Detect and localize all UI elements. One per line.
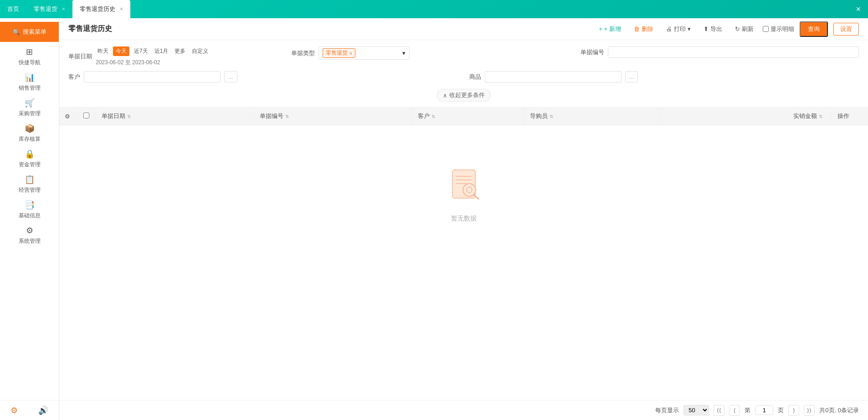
th-doc-no[interactable]: 单据编号 ⇅ [254, 108, 412, 125]
doc-type-tag-close[interactable]: × [349, 51, 352, 56]
filter-dates: 昨天 今天 近7天 近1月 更多 自定义 2023-06-02 至 2023-0… [96, 46, 280, 67]
delete-icon: 🗑 [634, 26, 640, 32]
page-last-button[interactable]: ⟩⟩ [804, 405, 815, 416]
sort-guide-icon: ⇅ [550, 114, 553, 119]
table-body: 暂无数据 [59, 125, 868, 260]
sidebar-item-basic-info[interactable]: 📑 基础信息 [3, 198, 56, 221]
table-settings-icon[interactable]: ⚙ [65, 113, 70, 120]
date-custom[interactable]: 自定义 [190, 46, 210, 56]
collapse-button[interactable]: ∧ 收起更多条件 [437, 89, 491, 102]
collapse-icon: ∧ [443, 92, 447, 99]
th-actions: 操作 [832, 108, 868, 125]
filter-doc-no: 单据编号 [580, 46, 859, 58]
goods-browse-button[interactable]: ... [625, 71, 638, 82]
filter-area: 单据日期 昨天 今天 近7天 近1月 更多 自定义 2023-06-02 至 2… [59, 40, 868, 108]
settings-bottom-icon[interactable]: ⚙ [10, 405, 18, 415]
date-filter-label: 单据日期 [68, 52, 92, 61]
tab-home[interactable]: 首页 [0, 0, 26, 18]
new-icon: + [599, 26, 602, 32]
th-checkbox[interactable] [77, 108, 96, 125]
purchase-icon: 🛒 [25, 98, 35, 108]
empty-state-cell: 暂无数据 [59, 125, 868, 260]
filter-row-2: 客户 ... 商品 ... [68, 71, 859, 82]
sidebar-bottom: ⚙ 🔊 [0, 400, 59, 420]
page-title: 零售退货历史 [68, 24, 112, 34]
sort-amount-icon: ⇅ [819, 114, 822, 119]
sidebar-item-finance[interactable]: 🔒 资金管理 [3, 147, 56, 170]
window-close-icon[interactable]: × [856, 5, 861, 14]
sidebar-item-inventory[interactable]: 📦 库存核算 [3, 121, 56, 145]
sidebar-item-quick-nav[interactable]: ⊞ 快捷导航 [3, 45, 56, 68]
toolbar: + + 新增 🗑 删除 🖨 打印 ▾ ⬆ 导出 ↻ [595, 21, 859, 37]
empty-text: 暂无数据 [451, 215, 477, 223]
page-size-select[interactable]: 20 50 100 [683, 405, 709, 415]
date-7days[interactable]: 近7天 [132, 46, 150, 56]
select-all-checkbox[interactable] [83, 113, 89, 118]
content-area: 零售退货历史 + + 新增 🗑 删除 🖨 打印 ▾ ⬆ 导出 [59, 18, 868, 420]
customer-label: 客户 [68, 73, 80, 81]
doc-no-input[interactable] [608, 46, 859, 58]
page-input[interactable] [755, 405, 773, 415]
total-text: 共0页, 0条记录 [819, 406, 859, 415]
date-more[interactable]: 更多 [173, 46, 187, 56]
delete-button[interactable]: 🗑 删除 [630, 23, 657, 35]
export-icon: ⬆ [704, 26, 709, 32]
show-detail-checkbox[interactable] [763, 26, 769, 32]
th-amount[interactable]: 实销金额 ⇅ [659, 108, 832, 125]
doc-type-label: 单据类型 [291, 49, 315, 57]
show-detail-checkbox-label[interactable]: 显示明细 [763, 25, 794, 33]
filter-goods: 商品 ... [469, 71, 859, 82]
setting-button[interactable]: 设置 [833, 23, 859, 36]
sidebar-item-operations[interactable]: 📋 经营管理 [3, 172, 56, 196]
print-icon: 🖨 [666, 26, 672, 32]
basic-info-icon: 📑 [25, 200, 35, 210]
print-button[interactable]: 🖨 打印 ▾ [663, 23, 694, 35]
page-first-button[interactable]: ⟨⟨ [714, 405, 724, 416]
date-range-text: 2023-06-02 至 2023-06-02 [96, 59, 280, 67]
date-yesterday[interactable]: 昨天 [96, 46, 110, 56]
table-header: ⚙ 单据日期 ⇅ 单据编号 [59, 108, 868, 125]
doc-type-tag: 零售退货 × [323, 48, 355, 58]
table-area: ⚙ 单据日期 ⇅ 单据编号 [59, 108, 868, 400]
goods-label: 商品 [469, 73, 481, 81]
close-tab-retail-return-history[interactable]: × [120, 6, 123, 12]
data-table: ⚙ 单据日期 ⇅ 单据编号 [59, 108, 868, 259]
search-menu[interactable]: 🔍 搜索菜单 [0, 22, 59, 42]
customer-input[interactable] [84, 71, 221, 82]
th-doc-date[interactable]: 单据日期 ⇅ [96, 108, 254, 125]
close-tab-retail-return[interactable]: × [62, 6, 65, 12]
sidebar-item-sys-mgmt[interactable]: ⚙ 系统管理 [3, 223, 56, 247]
th-customer[interactable]: 客户 ⇅ [412, 108, 524, 125]
doc-no-label: 单据编号 [580, 48, 604, 56]
page-prev-button[interactable]: ⟨ [729, 405, 740, 416]
date-1month[interactable]: 近1月 [153, 46, 170, 56]
query-button[interactable]: 查询 [800, 21, 828, 37]
quick-nav-icon: ⊞ [26, 47, 33, 57]
tab-retail-return[interactable]: 零售退货 × [26, 0, 72, 18]
sort-doc-date-icon: ⇅ [127, 114, 131, 119]
filter-date: 单据日期 昨天 今天 近7天 近1月 更多 自定义 2023-06-02 至 2… [68, 46, 280, 67]
goods-input[interactable] [485, 71, 621, 82]
filter-doc-type: 单据类型 零售退货 × ▾ [291, 46, 570, 60]
sys-mgmt-icon: ⚙ [26, 225, 33, 236]
page-header: 零售退货历史 + + 新增 🗑 删除 🖨 打印 ▾ ⬆ 导出 [59, 18, 868, 40]
th-guide[interactable]: 导购员 ⇅ [524, 108, 659, 125]
audio-bottom-icon[interactable]: 🔊 [38, 405, 48, 415]
export-button[interactable]: ⬆ 导出 [700, 23, 726, 35]
empty-state: 暂无数据 [59, 125, 868, 259]
sidebar: 🔍 搜索菜单 ⊞ 快捷导航 📊 销售管理 🛒 采购管理 📦 库存核算 🔒 资金管… [0, 18, 59, 420]
filter-row-1: 单据日期 昨天 今天 近7天 近1月 更多 自定义 2023-06-02 至 2… [68, 46, 859, 67]
doc-type-select[interactable]: 零售退货 × ▾ [318, 46, 410, 60]
date-today[interactable]: 今天 [113, 46, 129, 56]
sidebar-item-purchase-mgmt[interactable]: 🛒 采购管理 [3, 96, 56, 119]
sidebar-item-sales-mgmt[interactable]: 📊 销售管理 [3, 70, 56, 94]
doc-type-dropdown-icon: ▾ [402, 50, 406, 56]
customer-browse-button[interactable]: ... [224, 71, 237, 82]
refresh-button[interactable]: ↻ 刷新 [731, 23, 757, 35]
new-button[interactable]: + + 新增 [595, 23, 625, 35]
filter-customer: 客户 ... [68, 71, 458, 82]
tab-retail-return-history[interactable]: 零售退货历史 × [72, 0, 130, 18]
collapse-row: ∧ 收起更多条件 [68, 87, 859, 103]
th-settings[interactable]: ⚙ [59, 108, 77, 125]
page-next-button[interactable]: ⟩ [788, 405, 799, 416]
